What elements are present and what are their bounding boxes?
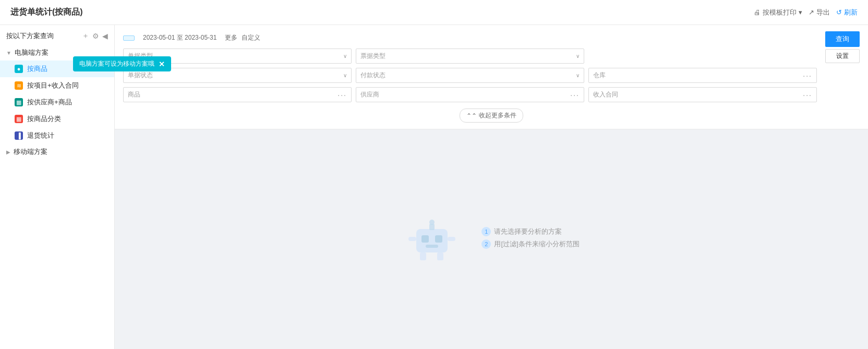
filter-tab-active[interactable]: [123, 35, 135, 41]
svg-point-9: [429, 220, 435, 225]
svg-rect-0: [416, 229, 448, 252]
page-header: 进货单统计(按商品) 🖨 按模板打印 ▾ ↗ 导出 ↺ 刷新: [0, 0, 868, 25]
empty-steps: 1 请先选择要分析的方案 2 用[过滤]条件来缩小分析范围: [481, 227, 579, 252]
svg-rect-8: [437, 252, 443, 260]
chevron-down-icon: ∨: [343, 73, 347, 78]
sidebar-header-icons: ＋ ⚙ ◀: [82, 31, 108, 41]
filter-item-bill-type[interactable]: 票据类型 ∨: [356, 49, 584, 64]
export-button[interactable]: ↗ 导出: [809, 8, 830, 17]
dots-icon: ···: [337, 91, 347, 99]
sidebar-header: 按以下方案查询 ＋ ⚙ ◀: [0, 31, 114, 45]
filter-empty: [588, 49, 817, 64]
add-icon[interactable]: ＋: [82, 31, 89, 41]
svg-rect-5: [408, 237, 416, 241]
sidebar-item-label: 按项目+收入合同: [27, 81, 79, 90]
svg-rect-6: [448, 237, 455, 241]
chart-icon: ▐: [15, 131, 23, 140]
sidebar-header-label: 按以下方案查询: [6, 31, 54, 41]
collapse-icon: ⌃⌃: [466, 112, 477, 119]
page-title: 进货单统计(按商品): [10, 7, 83, 18]
svg-rect-3: [426, 245, 438, 248]
sidebar-item-label: 按商品分类: [27, 114, 61, 124]
dots-icon: ···: [803, 91, 812, 99]
filter-grid-row1: 单据类型 ∨ 票据类型 ∨: [123, 49, 817, 64]
tooltip-popup: 电脑方案可设为移动方案哦 ✕: [73, 56, 171, 71]
dots-icon: ···: [803, 71, 812, 80]
sidebar-group-label: 移动端方案: [14, 147, 47, 157]
refresh-icon: ↺: [836, 8, 842, 16]
arrow-left-icon[interactable]: ◀: [102, 32, 108, 40]
chevron-down-icon: ∨: [343, 53, 347, 59]
empty-step-2: 2 用[过滤]条件来缩小分析范围: [481, 239, 579, 249]
filter-grid-row3: 商品 ··· 供应商 ··· 收入合同 ···: [123, 87, 817, 102]
group-expand-icon: ▼: [6, 50, 11, 56]
sidebar-item-label: 退货统计: [27, 131, 54, 140]
category-icon: ▦: [15, 115, 23, 123]
chevron-down-icon: ▾: [799, 8, 802, 16]
tooltip-text: 电脑方案可设为移动方案哦: [79, 59, 154, 68]
filter-item-contract[interactable]: 收入合同 ···: [588, 87, 817, 102]
settings-button[interactable]: 设置: [825, 49, 860, 63]
print-button[interactable]: 🖨 按模板打印 ▾: [754, 8, 802, 17]
dots-icon: ···: [570, 91, 580, 99]
empty-step-1: 1 请先选择要分析的方案: [481, 227, 579, 236]
sidebar-item-by-project[interactable]: ≋ 按项目+收入合同: [0, 77, 114, 94]
settings-icon[interactable]: ⚙: [92, 32, 99, 40]
filter-custom-btn[interactable]: 自定义: [242, 33, 260, 42]
svg-rect-7: [420, 252, 426, 260]
sidebar-item-by-supplier-product[interactable]: ▦ 按供应商+商品: [0, 94, 114, 111]
svg-rect-1: [421, 235, 429, 243]
filter-item-supplier[interactable]: 供应商 ···: [356, 87, 584, 102]
empty-robot-icon: [403, 213, 461, 266]
filter-collapse-row: ⌃⌃ 收起更多条件: [123, 109, 860, 123]
filter-top-row: 2023-05-01 至 2023-05-31 更多 自定义: [123, 31, 817, 44]
tooltip-close-button[interactable]: ✕: [159, 60, 165, 68]
filter-date-range: 2023-05-01 至 2023-05-31: [139, 31, 221, 44]
supplier-icon: ▦: [15, 98, 23, 106]
sidebar-item-by-category[interactable]: ▦ 按商品分类: [0, 111, 114, 127]
filter-item-payment-status[interactable]: 付款状态 ∨: [356, 68, 584, 83]
filter-grid-row2: 单据状态 ∨ 付款状态 ∨ 仓库 ···: [123, 68, 817, 83]
header-actions: 🖨 按模板打印 ▾ ↗ 导出 ↺ 刷新: [754, 8, 858, 17]
chevron-down-icon: ∨: [576, 53, 580, 59]
project-icon: ≋: [15, 81, 23, 90]
sidebar-group-label: 电脑端方案: [15, 48, 49, 57]
product-icon: ●: [15, 65, 23, 73]
sidebar: 按以下方案查询 ＋ ⚙ ◀ 电脑方案可设为移动方案哦 ✕ ▼ 电脑端方案: [0, 25, 115, 349]
print-icon: 🖨: [754, 8, 761, 16]
sidebar-item-label: 按商品: [27, 64, 47, 74]
svg-rect-2: [435, 235, 442, 243]
query-buttons: 查询 设置: [821, 31, 860, 63]
sidebar-group-mobile: ▶ 移动端方案: [0, 144, 114, 160]
filter-item-warehouse[interactable]: 仓库 ···: [588, 68, 817, 83]
export-icon: ↗: [809, 8, 814, 16]
filter-more-btn[interactable]: 更多: [225, 33, 237, 42]
group-expand-icon: ▶: [6, 149, 10, 155]
sidebar-item-return-stats[interactable]: ▐ 退货统计: [0, 127, 114, 144]
collapse-button[interactable]: ⌃⌃ 收起更多条件: [460, 109, 523, 123]
query-button[interactable]: 查询: [825, 31, 860, 47]
empty-illustration: 1 请先选择要分析的方案 2 用[过滤]条件来缩小分析范围: [403, 213, 579, 266]
sidebar-item-label: 按供应商+商品: [27, 98, 72, 107]
filter-bar: 2023-05-01 至 2023-05-31 更多 自定义 单据类型 ∨ 票: [115, 25, 868, 129]
filter-item-product[interactable]: 商品 ···: [123, 87, 352, 102]
data-area: 1 请先选择要分析的方案 2 用[过滤]条件来缩小分析范围: [115, 129, 868, 349]
content-area: 2023-05-01 至 2023-05-31 更多 自定义 单据类型 ∨ 票: [115, 25, 868, 349]
chevron-down-icon: ∨: [576, 73, 580, 78]
sidebar-group-mobile-title[interactable]: ▶ 移动端方案: [0, 144, 114, 160]
refresh-button[interactable]: ↺ 刷新: [836, 8, 858, 17]
